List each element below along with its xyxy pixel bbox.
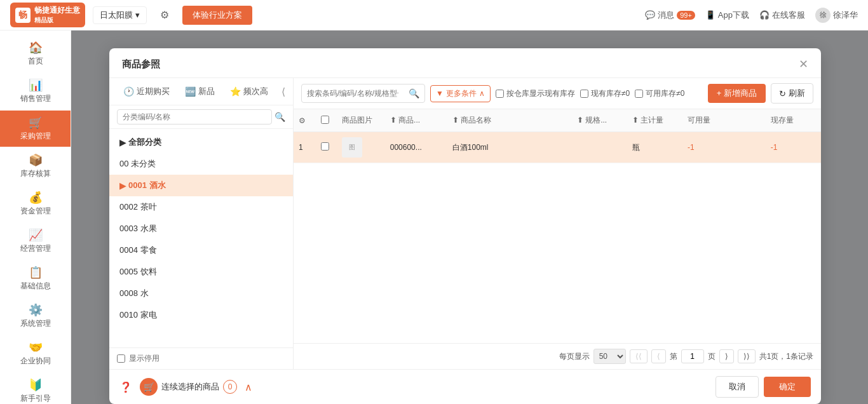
select-all-checkbox[interactable] xyxy=(321,116,329,124)
sidebar-item-label: 库存核算 xyxy=(20,168,51,179)
modal-close-button[interactable]: ✕ xyxy=(799,57,808,71)
cell-index: 1 xyxy=(294,132,316,163)
row-checkbox[interactable] xyxy=(321,142,329,151)
last-page-button[interactable]: ⟩⟩ xyxy=(738,349,756,363)
sidebar-item-sales[interactable]: 📊 销售管理 xyxy=(0,73,71,109)
username: 徐泽华 xyxy=(833,10,858,21)
sales-icon: 📊 xyxy=(29,78,43,92)
store-selector[interactable]: 日太阳膜 ▾ xyxy=(93,6,147,24)
star-icon: ⭐ xyxy=(230,86,241,97)
category-item-active[interactable]: ▶ 0001 酒水 xyxy=(109,175,293,196)
app-download-nav[interactable]: 📱 App下载 xyxy=(705,10,749,21)
sidebar-item-label: 系统管理 xyxy=(20,318,51,329)
category-search-button[interactable]: 🔍 xyxy=(275,112,285,122)
content-area: 商品参照 ✕ 🕐 近期购买 🆕 新品 xyxy=(71,30,868,404)
add-product-button[interactable]: + 新增商品 xyxy=(708,84,766,103)
store-name: 日太阳膜 xyxy=(100,10,133,21)
per-page-select[interactable]: 50 100 200 xyxy=(593,349,626,364)
tab-frequent[interactable]: ⭐ 频次高 xyxy=(224,83,275,100)
product-table: ⚙ 商品图片 ⬆ 商品... ⬆ 商品名称 xyxy=(294,109,821,163)
cart-info: 🛒 连续选择的商品 0 xyxy=(140,378,237,396)
refresh-button[interactable]: ↻ 刷新 xyxy=(771,83,813,104)
stock-nonzero-label: 现有库存≠0 xyxy=(591,88,630,99)
pagination: 每页显示 50 100 200 ⟨⟨ ⟨ 第 页 ⟩ ⟩⟩ 共1页，1 xyxy=(294,343,821,369)
collapse-left-icon[interactable]: ⟨ xyxy=(281,86,285,98)
sidebar-item-purchase[interactable]: 🛒 采购管理 xyxy=(0,111,71,147)
category-item[interactable]: 0002 茶叶 xyxy=(109,196,293,218)
warehouse-stock-check: 按仓库显示现有库存 xyxy=(496,88,575,99)
product-reference-modal: 商品参照 ✕ 🕐 近期购买 🆕 新品 xyxy=(109,48,821,404)
first-page-button[interactable]: ⟨⟨ xyxy=(630,349,648,363)
operations-icon: 📈 xyxy=(29,228,43,242)
prev-page-button[interactable]: ⟨ xyxy=(651,349,666,363)
category-list: ▶ 全部分类 00 未分类 ▶ 0001 酒水 0002 茶叶 xyxy=(109,129,293,347)
sidebar-item-finance[interactable]: 💰 资金管理 xyxy=(0,185,71,222)
col-spec[interactable]: ⬆ 规格... xyxy=(572,109,627,132)
product-search-bar: 🔍 xyxy=(301,84,425,103)
sidebar-item-operations[interactable]: 📈 经营管理 xyxy=(0,223,71,259)
message-label: 消息 xyxy=(658,10,674,21)
sidebar-item-label: 新手引导 xyxy=(20,393,51,404)
per-page-label: 每页显示 xyxy=(559,351,590,362)
sidebar-item-home[interactable]: 🏠 首页 xyxy=(0,36,71,72)
sidebar-item-guide[interactable]: 🔰 新手引导 xyxy=(0,373,71,404)
category-search-input[interactable] xyxy=(117,109,272,125)
collapse-button[interactable]: ∧ xyxy=(245,381,252,393)
category-item[interactable]: 00 未分类 xyxy=(109,153,293,175)
settings-icon[interactable]: ⚙ xyxy=(154,5,175,25)
online-service-nav[interactable]: 🎧 在线客服 xyxy=(759,10,805,21)
page-label: 第 xyxy=(670,351,677,362)
top-nav: 畅 畅捷通好生意 精品版 日太阳膜 ▾ ⚙ 体验行业方案 💬 消息 99+ 📱 … xyxy=(0,0,868,30)
page-unit: 页 xyxy=(708,351,715,362)
logo: 畅 畅捷通好生意 精品版 xyxy=(10,3,85,27)
tab-recent-purchase[interactable]: 🕐 近期购买 xyxy=(117,83,176,100)
product-search-input[interactable] xyxy=(302,89,403,98)
sidebar-item-inventory[interactable]: 📦 库存核算 xyxy=(0,148,71,184)
category-item[interactable]: 0004 零食 xyxy=(109,239,293,261)
help-icon[interactable]: ❓ xyxy=(119,381,132,393)
col-image: 商品图片 xyxy=(337,109,385,132)
available-nonzero-checkbox[interactable] xyxy=(635,90,643,98)
category-item[interactable]: 0005 饮料 xyxy=(109,261,293,283)
message-badge: 99+ xyxy=(677,11,695,20)
toolbar: 🔍 ▼ 更多条件 ∧ 按仓库显示现有库存 xyxy=(294,78,821,109)
left-panel: 🕐 近期购买 🆕 新品 ⭐ 频次高 ⟨ xyxy=(109,78,294,369)
finance-icon: 💰 xyxy=(29,191,43,205)
table-row[interactable]: 1 图 000600... 白酒100ml 瓶 -1 xyxy=(294,132,821,163)
col-settings: ⚙ xyxy=(294,109,316,132)
col-checkbox xyxy=(316,109,337,132)
product-search-button[interactable]: 🔍 xyxy=(403,88,424,98)
filter-button[interactable]: ▼ 更多条件 ∧ xyxy=(430,85,491,102)
avatar: 徐 xyxy=(815,8,831,23)
col-name[interactable]: ⬆ 商品名称 xyxy=(447,109,572,132)
tab-new-product[interactable]: 🆕 新品 xyxy=(179,83,221,100)
show-disabled-area: 显示停用 xyxy=(109,347,293,369)
sidebar-item-label: 企业协同 xyxy=(20,356,51,367)
filter-label: 更多条件 xyxy=(446,88,477,99)
user-nav[interactable]: 徐 徐泽华 xyxy=(815,8,858,23)
clock-icon: 🕐 xyxy=(123,86,134,97)
total-info: 共1页，1条记录 xyxy=(759,351,813,362)
category-all[interactable]: ▶ 全部分类 xyxy=(109,131,293,153)
show-disabled-checkbox[interactable] xyxy=(117,354,125,363)
sidebar-item-basic[interactable]: 📋 基础信息 xyxy=(0,260,71,297)
main-layout: 🏠 首页 📊 销售管理 🛒 采购管理 📦 库存核算 💰 资金管理 📈 经营管理 … xyxy=(0,30,868,404)
refresh-label: 刷新 xyxy=(789,88,805,99)
next-page-button[interactable]: ⟩ xyxy=(719,349,734,363)
confirm-button[interactable]: 确定 xyxy=(764,377,811,397)
category-item[interactable]: 0008 水 xyxy=(109,283,293,304)
warehouse-stock-checkbox[interactable] xyxy=(496,90,504,98)
category-item[interactable]: 0003 水果 xyxy=(109,218,293,239)
sidebar-item-system[interactable]: ⚙️ 系统管理 xyxy=(0,298,71,334)
stock-nonzero-checkbox[interactable] xyxy=(580,90,588,98)
filter-icon: ▼ xyxy=(436,89,444,98)
category-item[interactable]: 0010 家电 xyxy=(109,304,293,326)
current-page-input[interactable] xyxy=(681,349,704,363)
nav-right: 💬 消息 99+ 📱 App下载 🎧 在线客服 徐 徐泽华 xyxy=(645,8,858,23)
trial-button[interactable]: 体验行业方案 xyxy=(182,6,252,25)
col-code[interactable]: ⬆ 商品... xyxy=(385,109,447,132)
cancel-button[interactable]: 取消 xyxy=(715,376,759,398)
sidebar-item-enterprise[interactable]: 🤝 企业协同 xyxy=(0,335,71,372)
messages-nav[interactable]: 💬 消息 99+ xyxy=(645,10,695,21)
col-unit[interactable]: ⬆ 主计量 xyxy=(627,109,682,132)
